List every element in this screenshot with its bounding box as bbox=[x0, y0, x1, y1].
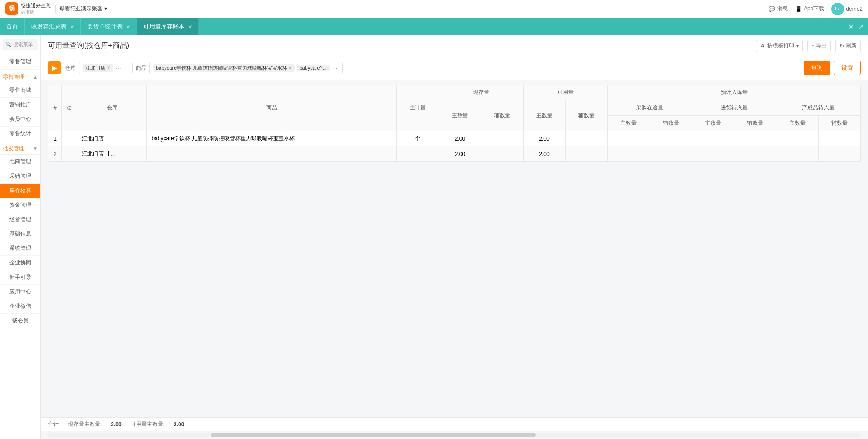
nav-close-icon[interactable]: ✕ bbox=[848, 23, 854, 31]
th-purchase-aux: 辅数量 bbox=[650, 116, 692, 131]
warehouse-input[interactable]: 江北门店 ✕ ··· bbox=[79, 62, 133, 74]
chevron-right-icon: ▶ bbox=[52, 64, 57, 71]
warehouse-tag-close[interactable]: ✕ bbox=[107, 66, 110, 71]
filter-area: ▶ 仓库 江北门店 ✕ ··· 商品 babycare学饮杯 儿童防摔防撞吸管杯… bbox=[41, 56, 868, 80]
summary-available-value: 2.00 bbox=[174, 421, 184, 428]
th-planned-inbound: 预计入库量 bbox=[608, 85, 861, 100]
row2-product-aux bbox=[818, 146, 860, 162]
scrollbar-thumb[interactable] bbox=[211, 433, 536, 437]
search-menu-button[interactable]: 🔍 搜索菜单 bbox=[3, 39, 38, 50]
sidebar-item-marketing[interactable]: 营销推广 bbox=[0, 98, 40, 112]
th-settings[interactable]: ⚙ bbox=[62, 85, 77, 131]
th-product-pending: 产成品待入量 bbox=[776, 100, 861, 116]
th-purchase-intransit: 采购在途量 bbox=[608, 100, 692, 116]
export-icon: ↑ bbox=[811, 43, 814, 49]
export-button[interactable]: ↑ 导出 bbox=[807, 40, 831, 52]
th-available-aux: 辅数量 bbox=[566, 100, 608, 131]
tab-close-order-stats[interactable]: ✕ bbox=[126, 24, 130, 30]
th-main-unit: 主计量 bbox=[396, 85, 439, 131]
nav-expand-icon[interactable]: ⤢ bbox=[858, 23, 863, 31]
tab-close-receive-send[interactable]: ✕ bbox=[70, 24, 74, 30]
th-incoming-pending: 进货待入量 bbox=[692, 100, 776, 116]
sidebar-item-system-mgmt[interactable]: 系统管理 bbox=[0, 241, 40, 256]
sidebar-item-inventory-check[interactable]: 库存核算 bbox=[0, 184, 40, 198]
nav-tabs: 首页 收发存汇总表 ✕ 要货单统计表 ✕ 可用量库存账本 ✕ ✕ ⤢ bbox=[0, 18, 868, 35]
product-tag1-close[interactable]: ✕ bbox=[288, 66, 292, 71]
data-table: # ⚙ 仓库 商品 主计量 现存量 可用量 预计入库量 主数量 辅数量 bbox=[48, 85, 861, 162]
page-title: 可用量查询(按仓库+商品) bbox=[48, 41, 129, 51]
filter-toggle-button[interactable]: ▶ bbox=[48, 61, 61, 74]
th-incoming-main: 主数量 bbox=[692, 116, 734, 131]
refresh-button[interactable]: ↻ 刷新 bbox=[835, 40, 861, 52]
sidebar-item-retail-stats[interactable]: 零售统计 bbox=[0, 127, 40, 141]
tab-available-stock[interactable]: 可用量库存账本 ✕ bbox=[137, 18, 199, 35]
query-button[interactable]: 查询 bbox=[804, 61, 830, 75]
download-icon: 📱 bbox=[795, 6, 802, 12]
sidebar-item-quick-nav[interactable]: 零售管理 bbox=[0, 54, 40, 70]
sidebar-item-purchase-mgmt[interactable]: 采购管理 bbox=[0, 169, 40, 184]
sidebar-item-member-center[interactable]: 会员中心 bbox=[0, 112, 40, 127]
summary-label: 合计 bbox=[48, 420, 59, 428]
sidebar-item-retail-mall[interactable]: 零售商城 bbox=[0, 83, 40, 98]
top-bar: 畅 畅捷通好生意 标准版 母婴行业演示账套 ▾ 💬 消息 📱 App下载 Ea … bbox=[0, 0, 868, 18]
row2-settings bbox=[62, 146, 77, 162]
page-header: 可用量查询(按仓库+商品) 🖨 按模板打印 ▾ ↑ 导出 ↻ 刷新 bbox=[41, 35, 868, 56]
template-print-button[interactable]: 🖨 按模板打印 ▾ bbox=[756, 40, 803, 52]
sidebar-item-vip-member[interactable]: 畅会员 bbox=[0, 314, 40, 328]
chevron-down-icon-print: ▾ bbox=[796, 43, 799, 49]
setting-button[interactable]: 设置 bbox=[834, 61, 861, 75]
row1-settings bbox=[62, 131, 77, 146]
row1-product: babycare学饮杯 儿童防摔防撞吸管杯重力球吸嘴杯宝宝水杯 bbox=[147, 131, 397, 146]
row1-product-main bbox=[776, 131, 818, 146]
bottom-summary-area: 合计 现存量主数量: 2.00 可用量主数量: 2.00 bbox=[41, 417, 868, 431]
row2-product bbox=[147, 146, 397, 162]
app-download-button[interactable]: 📱 App下载 bbox=[795, 5, 824, 13]
sidebar-search-area: 🔍 搜索菜单 bbox=[0, 35, 40, 54]
row2-main-unit bbox=[396, 146, 439, 162]
logo-text: 畅捷通好生意 bbox=[21, 2, 51, 9]
warehouse-more-dots[interactable]: ··· bbox=[115, 64, 122, 71]
user-profile[interactable]: Ea demo2 bbox=[831, 3, 863, 15]
row1-purchase-aux bbox=[650, 131, 692, 146]
row1-current-main: 2.00 bbox=[439, 131, 481, 146]
sidebar-item-enterprise-collab[interactable]: 企业协同 bbox=[0, 256, 40, 270]
message-button[interactable]: 💬 消息 bbox=[769, 5, 788, 13]
product-more-dots[interactable]: ··· bbox=[331, 64, 339, 71]
settings-icon: ⚙ bbox=[66, 104, 72, 112]
row1-current-aux bbox=[481, 131, 523, 146]
tab-close-available-stock[interactable]: ✕ bbox=[188, 24, 192, 30]
sidebar-item-enterprise-wechat[interactable]: 企业微信 bbox=[0, 299, 40, 314]
content-area: 可用量查询(按仓库+商品) 🖨 按模板打印 ▾ ↑ 导出 ↻ 刷新 bbox=[41, 35, 868, 439]
main-layout: 🔍 搜索菜单 零售管理 零售管理 ▲ 零售商城 营销推广 会员中心 零售统计 批… bbox=[0, 35, 868, 439]
product-tag-2: babycare?... bbox=[297, 65, 330, 71]
row1-incoming-aux bbox=[734, 131, 776, 146]
table-container: # ⚙ 仓库 商品 主计量 现存量 可用量 预计入库量 主数量 辅数量 bbox=[41, 80, 868, 417]
sidebar-item-basic-info[interactable]: 基础信息 bbox=[0, 227, 40, 241]
sidebar-item-new-guide[interactable]: 新手引导 bbox=[0, 270, 40, 285]
row2-purchase-main bbox=[608, 146, 650, 162]
tab-order-stats[interactable]: 要货单统计表 ✕ bbox=[81, 18, 137, 35]
sidebar-item-ecommerce-mgmt[interactable]: 电商管理 bbox=[0, 155, 40, 169]
th-available: 可用量 bbox=[523, 85, 608, 100]
table-header-row-1: # ⚙ 仓库 商品 主计量 现存量 可用量 预计入库量 bbox=[48, 85, 861, 100]
industry-selector[interactable]: 母婴行业演示账套 ▾ bbox=[55, 4, 118, 14]
row2-incoming-main bbox=[692, 146, 734, 162]
sidebar: 🔍 搜索菜单 零售管理 零售管理 ▲ 零售商城 营销推广 会员中心 零售统计 批… bbox=[0, 35, 41, 439]
horizontal-scrollbar[interactable] bbox=[48, 433, 861, 437]
sidebar-item-finance-mgmt[interactable]: 资金管理 bbox=[0, 198, 40, 212]
product-input[interactable]: babycare学饮杯 儿童防摔防撞吸管杯重力球吸嘴杯宝宝水杯 ✕ babyca… bbox=[149, 62, 343, 74]
sidebar-item-wholesale-mgmt[interactable]: 批发管理 ▼ bbox=[0, 141, 40, 155]
sidebar-item-retail-mgmt[interactable]: 零售管理 ▲ bbox=[0, 70, 40, 83]
sidebar-item-app-center[interactable]: 应用中心 bbox=[0, 285, 40, 299]
sidebar-item-operations-mgmt[interactable]: 经营管理 bbox=[0, 212, 40, 227]
th-product-main: 主数量 bbox=[776, 116, 818, 131]
page-actions: 🖨 按模板打印 ▾ ↑ 导出 ↻ 刷新 bbox=[756, 40, 861, 52]
row1-product-aux bbox=[818, 131, 860, 146]
th-product: 商品 bbox=[147, 85, 397, 131]
row2-seq: 2 bbox=[48, 146, 62, 162]
warehouse-tag: 江北门店 ✕ bbox=[83, 64, 113, 72]
th-purchase-main: 主数量 bbox=[608, 116, 650, 131]
tab-home[interactable]: 首页 bbox=[0, 18, 25, 35]
tab-receive-send[interactable]: 收发存汇总表 ✕ bbox=[25, 18, 81, 35]
chevron-down-icon-wholesale: ▼ bbox=[33, 146, 38, 151]
